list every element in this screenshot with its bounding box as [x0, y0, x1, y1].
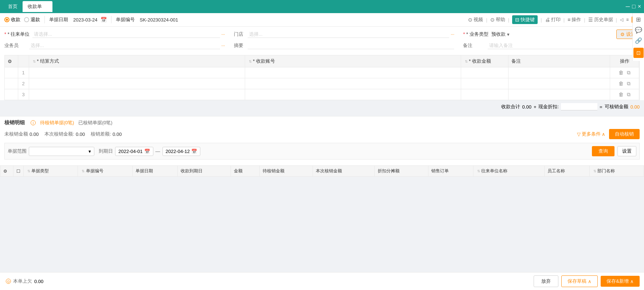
staff-input[interactable] — [29, 42, 220, 49]
save-new-button[interactable]: 保存&新增 ∧ — [601, 276, 640, 287]
btcol-current-amount: 本次核销金额 — [313, 166, 375, 177]
radio-collect[interactable]: 收款 — [4, 16, 20, 23]
form-row-1: * * 往来单位 ··· 门店 ··· * * 业务类型 预收款 ▾ ⚙ 设置 — [4, 30, 640, 39]
staff-field: 业务员 ··· — [4, 42, 225, 49]
row3-settlement[interactable] — [29, 89, 245, 100]
nav-tab-receipt[interactable]: 收款单 × — [23, 1, 52, 12]
close-tab-icon[interactable]: × — [45, 4, 47, 9]
btcol-doc-type: ⇅ 单据类型 — [24, 166, 78, 177]
store-more-btn[interactable]: ··· — [451, 32, 454, 37]
calendar-to-icon[interactable]: 📅 — [191, 149, 197, 154]
unverified-stat: 未核销金额 0.00 — [4, 131, 39, 137]
auto-verify-btn[interactable]: 自动核销 — [609, 129, 640, 139]
right-sidebar: ⊞ 💬 🔗 ⊡ — [632, 13, 644, 61]
help-btn[interactable]: ⊙ 帮助 — [490, 16, 505, 23]
table-settings-icon[interactable]: ⚙ — [8, 59, 12, 64]
sidebar-chat-icon[interactable]: 💬 — [635, 27, 642, 34]
row2-amount[interactable] — [461, 78, 508, 89]
biztype-label: * * 业务类型 — [463, 31, 488, 38]
biztype-select[interactable]: 预收款 ▾ — [491, 31, 616, 38]
receipt-type-radio: 收款 退款 — [4, 16, 40, 23]
history-btn[interactable]: ☰ 历史单据 — [588, 16, 613, 23]
col-num-header — [18, 55, 29, 67]
verify-stats: 未核销金额 0.00 本次核销金额: 0.00 核销差额: 0.00 ▽ 更多条… — [4, 129, 640, 139]
row3-delete-icon[interactable]: 🗑 — [619, 91, 624, 97]
summary-field: 摘要 — [234, 42, 455, 49]
row3-amount[interactable] — [461, 89, 508, 100]
staff-more-btn[interactable]: ··· — [221, 43, 225, 48]
store-label: 门店 — [234, 31, 245, 38]
row1-empty — [5, 67, 18, 78]
scope-label: 单据范围 — [8, 148, 27, 154]
col-settings-header[interactable]: ⚙ — [5, 55, 18, 67]
row2-settlement[interactable] — [29, 78, 245, 89]
row1-delete-icon[interactable]: 🗑 — [619, 70, 624, 75]
done-tab[interactable]: 已核销单据(0笔) — [78, 119, 112, 126]
sidebar-expand-icon[interactable]: ⊡ — [633, 48, 644, 58]
store-input[interactable] — [248, 31, 449, 38]
divider-2 — [111, 16, 111, 23]
date-to-input[interactable]: 2022-04-12 📅 — [162, 147, 201, 156]
btcol-doc-date: 单据日期 — [132, 166, 177, 177]
row2-account[interactable] — [245, 78, 461, 89]
more-conditions-btn[interactable]: ▽ 更多条件 ∧ — [577, 131, 605, 137]
calendar-icon[interactable]: 📅 — [101, 17, 107, 23]
row1-copy-icon[interactable]: ⧉ — [627, 70, 631, 75]
print-btn[interactable]: 🖨 打印 — [545, 16, 561, 23]
partner-more-btn[interactable]: ··· — [221, 32, 225, 37]
diff-value: 0.00 — [113, 132, 122, 137]
btcol-checkbox[interactable]: ☐ — [13, 166, 24, 177]
date-range: 2022-04-01 📅 — 2022-04-12 📅 — [115, 147, 200, 156]
receipt-table: ⚙ ⇅ * 结算方式 ⇅ * 收款账号 ⇅ * 收款金额 备 — [5, 55, 639, 100]
pending-tab[interactable]: 待核销单据(0笔) — [40, 119, 74, 126]
row1-remark[interactable] — [508, 67, 610, 78]
collect-total-label: 收款合计 — [501, 103, 520, 110]
calendar-from-icon[interactable]: 📅 — [144, 149, 150, 154]
row3-account[interactable] — [245, 89, 461, 100]
row1-amount[interactable] — [461, 67, 508, 78]
abandon-button[interactable]: 放弃 — [534, 275, 558, 287]
query-btn[interactable]: 查询 — [592, 146, 614, 156]
row2-delete-icon[interactable]: 🗑 — [619, 81, 624, 86]
maximize-btn[interactable]: □ — [632, 3, 636, 10]
btcol-staff: 员工名称 — [544, 166, 589, 177]
sidebar-link-icon[interactable]: 🔗 — [635, 37, 642, 44]
verify-info-icon[interactable]: i — [31, 120, 36, 125]
verify-section: 核销明细 i 待核销单据(0笔) 已核销单据(0笔) 未核销金额 0.00 本次… — [0, 116, 644, 165]
minimize-btn[interactable]: ─ — [626, 3, 630, 10]
nav-tab-home[interactable]: 首页 — [3, 1, 23, 12]
divider-1 — [44, 16, 45, 23]
video-btn[interactable]: ⊙ 视频 — [468, 16, 483, 23]
operation-btn[interactable]: ≡ 操作 — [568, 16, 581, 23]
row2-copy-icon[interactable]: ⧉ — [627, 81, 631, 86]
shortcut-btn[interactable]: ⊟ 快捷键 — [512, 15, 538, 24]
help-icon: ⊙ — [490, 17, 495, 23]
close-btn[interactable]: × — [638, 3, 641, 10]
btcol-settings[interactable]: ⚙ — [0, 166, 13, 177]
col-settlement-header: ⇅ * 结算方式 — [29, 55, 245, 67]
date-from-input[interactable]: 2022-04-01 📅 — [115, 147, 153, 156]
row2-remark[interactable] — [508, 78, 610, 89]
query-settings-btn[interactable]: 设置 — [617, 146, 636, 156]
col-remark-header: 备注 — [508, 55, 610, 67]
partner-input[interactable] — [32, 31, 220, 38]
radio-refund-label: 退款 — [31, 16, 40, 23]
layout-btn[interactable]: ≡ — [626, 17, 629, 22]
row3-copy-icon[interactable]: ⧉ — [627, 91, 631, 97]
row1-account[interactable] — [245, 67, 461, 78]
summary-input[interactable] — [248, 42, 455, 49]
partner-label: * * 往来单位 — [4, 31, 30, 38]
bottom-info-icon[interactable]: ⊙ — [6, 279, 11, 284]
row3-remark[interactable] — [508, 89, 610, 100]
remark-input[interactable] — [488, 42, 640, 49]
filter-icon: ▽ — [577, 132, 581, 137]
radio-refund[interactable]: 退款 — [24, 16, 40, 23]
unverified-label: 未核销金额 — [4, 131, 28, 137]
discount-input[interactable] — [561, 103, 597, 110]
scope-select[interactable]: ▾ — [29, 147, 94, 156]
prev-btn[interactable]: ◁ — [620, 17, 623, 22]
row1-settlement[interactable] — [29, 67, 245, 78]
sidebar-table-icon[interactable]: ⊞ — [636, 16, 641, 23]
save-draft-button[interactable]: 保存草稿 ∧ — [561, 275, 598, 287]
row2-empty — [5, 78, 18, 89]
